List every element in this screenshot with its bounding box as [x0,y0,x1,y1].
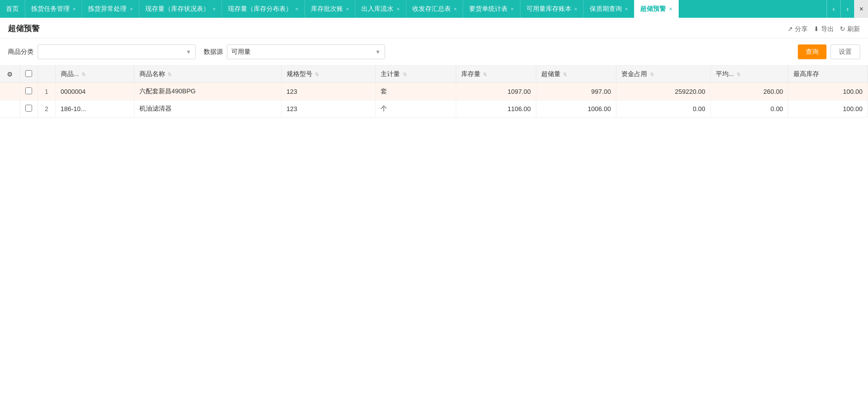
nav-expiry[interactable]: 保质期查询 × [584,0,634,18]
row-checkbox-0[interactable] [20,83,38,100]
header-actions: ↗ 分享 ⬇ 导出 ↻ 刷新 [787,25,860,34]
category-label: 商品分类 [8,47,34,56]
close-expiry-icon[interactable]: × [625,6,628,12]
close-flow-icon[interactable]: × [396,6,399,12]
row-product-name-0: 六配套新昌490BPG [134,83,281,100]
close-stock-status-icon[interactable]: × [213,6,216,12]
filter-bar: 商品分类 ▼ 数据源 可用量 ▼ 查询 设置 [0,39,868,66]
th-gear[interactable]: ⚙ [0,66,20,83]
category-arrow-icon: ▼ [186,49,191,55]
row-unit-1: 个 [376,100,456,118]
data-table: ⚙ 商品... ⇅ 商品名称 ⇅ 规格型号 [0,66,868,118]
row-gear-1[interactable] [0,100,20,118]
th-stock[interactable]: 库存量 ⇅ [456,66,536,83]
nav-flow[interactable]: 出入库流水 × [355,0,406,18]
page-title: 超储预警 [8,24,40,34]
row-overstock-1: 1006.00 [536,100,616,118]
gear-icon: ⚙ [7,71,13,78]
row-num-1: 2 [38,100,55,118]
th-product-name[interactable]: 商品名称 ⇅ [134,66,281,83]
nav-left-arrow[interactable]: ‹ [826,0,840,18]
close-batch-account-icon[interactable]: × [346,6,349,12]
th-capital[interactable]: 资金占用 ⇅ [616,66,710,83]
row-stock-1: 1106.00 [456,100,536,118]
sort-product-code-icon: ⇅ [82,72,86,77]
page-container: 超储预警 ↗ 分享 ⬇ 导出 ↻ 刷新 商品分类 ▼ 数据源 [0,18,868,395]
datasource-value: 可用量 [231,47,251,56]
row-product-code-1: 186-10... [55,100,134,118]
export-button[interactable]: ⬇ 导出 [814,25,834,34]
close-pick-exception-icon[interactable]: × [130,6,132,12]
nav-pick-task[interactable]: 拣货任务管理 × [25,0,82,18]
row-max-stock-1: 100.00 [788,100,868,118]
row-checkbox-1[interactable] [20,100,38,118]
sort-product-name-icon: ⇅ [168,72,172,77]
th-index [38,66,55,83]
row-num-0: 1 [38,83,55,100]
row-check-0[interactable] [25,87,32,94]
category-select[interactable]: ▼ [38,44,196,59]
nav-pick-exception[interactable]: 拣货异常处理 × [82,0,139,18]
close-stock-dist-icon[interactable]: × [295,6,298,12]
th-overstock[interactable]: 超储量 ⇅ [536,66,616,83]
table-container: ⚙ 商品... ⇅ 商品名称 ⇅ 规格型号 [0,66,868,118]
row-unit-0: 套 [376,83,456,100]
close-overstock-icon[interactable]: × [669,6,672,12]
query-button[interactable]: 查询 [798,44,826,59]
row-overstock-0: 997.00 [536,83,616,100]
page-header: 超储预警 ↗ 分享 ⬇ 导出 ↻ 刷新 [0,18,868,39]
row-avg-1: 0.00 [710,100,788,118]
sort-capital-icon: ⇅ [650,72,654,77]
refresh-icon: ↻ [840,25,845,33]
row-gear-0[interactable] [0,83,20,100]
datasource-arrow-icon: ▼ [375,49,381,55]
share-button[interactable]: ↗ 分享 [787,25,808,34]
nav-stock-dist[interactable]: 现存量（库存分布表） × [222,0,304,18]
sort-unit-icon: ⇅ [403,72,407,77]
nav-right-arrow[interactable]: › [840,0,854,18]
top-navigation: 首页 拣货任务管理 × 拣货异常处理 × 现存量（库存状况表） × 现存量（库存… [0,0,868,18]
close-pick-task-icon[interactable]: × [73,6,76,12]
table-row: 1 0000004 六配套新昌490BPG 123 套 1097.00 997.… [0,83,868,100]
th-avg[interactable]: 平均... ⇅ [710,66,788,83]
row-product-name-1: 机油滤清器 [134,100,281,118]
th-product-code[interactable]: 商品... ⇅ [55,66,134,83]
category-filter: 商品分类 ▼ [8,44,196,59]
row-capital-0: 259220.00 [616,83,710,100]
table-body: 1 0000004 六配套新昌490BPG 123 套 1097.00 997.… [0,83,868,118]
nav-order-stat[interactable]: 要货单统计表 × [463,0,520,18]
row-stock-0: 1097.00 [456,83,536,100]
sort-stock-icon: ⇅ [483,72,487,77]
nav-close-btn[interactable]: × [854,0,868,18]
sort-avg-icon: ⇅ [737,72,740,77]
datasource-filter: 数据源 可用量 ▼ [204,44,385,59]
th-unit[interactable]: 主计量 ⇅ [376,66,456,83]
datasource-select[interactable]: 可用量 ▼ [227,44,385,59]
row-check-1[interactable] [25,105,32,112]
nav-stock-status[interactable]: 现存量（库存状况表） × [139,0,222,18]
close-available-icon[interactable]: × [574,6,577,12]
row-product-code-0: 0000004 [55,83,134,100]
nav-batch-account[interactable]: 库存批次账 × [305,0,355,18]
nav-available[interactable]: 可用量库存账本 × [521,0,584,18]
row-capital-1: 0.00 [616,100,710,118]
close-order-stat-icon[interactable]: × [511,6,514,12]
th-checkbox [20,66,38,83]
filter-buttons: 查询 设置 [798,44,860,59]
export-icon: ⬇ [814,25,819,33]
nav-summary[interactable]: 收发存汇总表 × [406,0,463,18]
refresh-button[interactable]: ↻ 刷新 [840,25,860,34]
row-max-stock-0: 100.00 [788,83,868,100]
nav-home[interactable]: 首页 [0,0,25,18]
select-all-checkbox[interactable] [25,70,32,77]
share-icon: ↗ [787,25,793,33]
close-summary-icon[interactable]: × [454,6,457,12]
settings-button[interactable]: 设置 [830,44,860,59]
th-max-stock[interactable]: 最高库存 [788,66,868,83]
row-spec-1: 123 [281,100,376,118]
datasource-label: 数据源 [204,47,223,56]
th-spec[interactable]: 规格型号 ⇅ [281,66,376,83]
nav-overstock[interactable]: 超储预警 × [634,0,678,18]
row-spec-0: 123 [281,83,376,100]
nav-arrows: ‹ › × [826,0,868,18]
